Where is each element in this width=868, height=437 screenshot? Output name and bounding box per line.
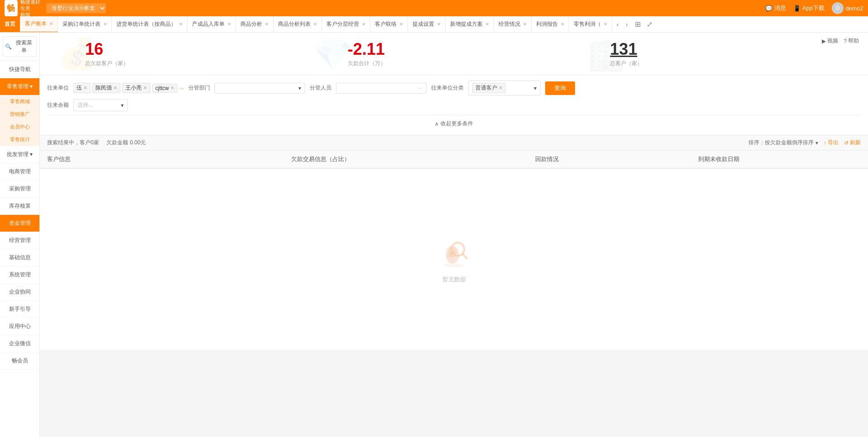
tab-home[interactable]: 首页 [0,16,20,33]
sort-label: 排序：按欠款金额倒序排序 [748,139,814,147]
svg-point-5 [451,253,452,254]
ellipsis-icon: ··· [418,85,422,91]
sidebar-item-retail-management[interactable]: 零售管理 ▾ [0,78,39,95]
filter-tag-wu: 伍 ✕ [73,83,91,93]
stat-label-credit-total: 欠款合计（万） [348,60,386,67]
col-due-date: 到期未收款日期 [698,155,861,163]
query-button[interactable]: 查询 [545,81,575,95]
sidebar-item-enterprise-wechat[interactable]: 企业微信 [0,335,39,352]
tab-production-inbound[interactable]: 产成品入库单 ✕ [187,16,236,33]
unit-class-filter-label: 往来单位分类 [431,84,464,92]
dept-filter-label: 分管部门 [188,84,210,92]
tab-close-icon[interactable]: ✕ [437,22,441,27]
tag-close-cj[interactable]: ✕ [170,85,174,91]
tab-close-icon[interactable]: ✕ [399,22,403,27]
tab-product-analysis[interactable]: 商品分析 ✕ [236,16,273,33]
sidebar-item-retail-mall[interactable]: 零售商城 [0,95,39,108]
tab-close-icon[interactable]: ✕ [604,22,607,27]
tab-next-button[interactable]: › [622,20,631,29]
sidebar-item-cooperation[interactable]: 企业协同 [0,284,39,301]
content-area: 💰 16 总欠款客户（家） 💎 -2.11 欠款合计（万） 🏢 131 总客户（… [40,33,868,437]
tab-close-icon[interactable]: ✕ [561,22,564,27]
tab-fullscreen-button[interactable]: ⤢ [644,19,655,30]
filter-bar: 往来单位 伍 ✕ 陈民强 ✕ 王小亮 ✕ [40,75,868,135]
app-wrapper: 畅 畅捷通好生意 标版 母婴行业演示帐套 💬 消息 📱 App下载 D demo… [0,0,868,437]
tab-close-icon[interactable]: ✕ [313,22,317,27]
tab-customer-contact[interactable]: 客户联络 ✕ [370,16,408,33]
help-icon: ? [844,38,847,44]
search-menu-button[interactable]: 🔍 搜索菜单 [3,36,37,57]
banner-actions: ▶ 视频 ? 帮助 [822,37,859,45]
table-body: 暂无数据 [40,169,868,350]
tab-nav-arrows: ‹ › [613,20,631,29]
video-button[interactable]: ▶ 视频 [822,37,838,45]
tab-close-icon[interactable]: ✕ [265,22,269,27]
account-selector[interactable]: 母婴行业演示帐套 [46,3,106,13]
app-download-button[interactable]: 📱 App下载 [793,4,825,12]
tab-close-icon[interactable]: ✕ [179,22,182,27]
sidebar-item-operations-management[interactable]: 经营管理 [0,232,39,249]
message-icon: 💬 [765,5,772,12]
data-table: 客户信息 欠款交易信息（占比） 回款情况 到期未收款日期 [40,151,868,350]
logo-area: 畅 畅捷通好生意 标版 [5,0,44,18]
tab-customer-segment[interactable]: 客户分层经营 ✕ [322,16,370,33]
person-select[interactable]: ··· [336,83,427,94]
tab-profit-report[interactable]: 利润报告 ✕ [532,16,569,33]
stat-block-total-customers: 131 总客户（家） [596,40,859,67]
tab-close-icon[interactable]: ✕ [485,22,489,27]
collapse-button[interactable]: ∧ 收起更多条件 [47,118,861,129]
sidebar-item-retail-stats[interactable]: 零售统计 [0,133,39,146]
export-button[interactable]: ↑ 导出 [824,139,839,147]
tab-close-icon[interactable]: ✕ [362,22,365,27]
balance-select[interactable]: 选择... ▾ [73,99,128,111]
filter-tag-chen: 陈民强 ✕ [92,83,120,93]
tab-product-analysis-list[interactable]: 商品分析列表 ✕ [273,16,322,33]
tag-close-wu[interactable]: ✕ [83,85,87,91]
tag-close-wang[interactable]: ✕ [143,85,147,91]
tab-inbound-stats[interactable]: 进货单统计表（按商品） ✕ [112,16,187,33]
sidebar-item-wholesale[interactable]: 批发管理 ▾ [0,146,39,163]
sidebar-item-basic-info[interactable]: 基础信息 [0,249,39,266]
stat-label-credit-customers: 总欠款客户（家） [85,60,129,67]
chevron-down-icon-3: ▾ [121,102,124,109]
help-button[interactable]: ? 帮助 [844,37,859,45]
search-icon: 🔍 [5,43,12,50]
sidebar-item-quick-nav[interactable]: 快捷导航 [0,61,39,78]
unit-filter-more[interactable]: ··· [179,85,184,91]
unit-class-select[interactable]: 普通客户 ✕ ▾ [468,81,541,95]
sidebar-item-member-center[interactable]: 会员中心 [0,121,39,133]
sidebar-item-app-center[interactable]: 应用中心 [0,318,39,335]
tag-close-common[interactable]: ✕ [499,85,503,91]
tab-close-icon[interactable]: ✕ [103,22,107,27]
tab-add-commission[interactable]: 新增提成方案 ✕ [446,16,494,33]
user-menu[interactable]: D demo2 [832,2,863,14]
filter-row-2: 往来余额 选择... ▾ [47,99,861,111]
tab-close-icon[interactable]: ✕ [49,21,53,26]
tab-close-icon[interactable]: ✕ [523,22,527,27]
tab-close-icon[interactable]: ✕ [227,22,231,27]
sidebar-item-marketing[interactable]: 营销推广 [0,108,39,121]
sort-select[interactable]: 排序：按欠款金额倒序排序 ▾ [748,139,818,147]
sidebar-item-chang-member[interactable]: 畅会员 [0,352,39,370]
sidebar-item-inventory[interactable]: 库存核算 [0,198,39,215]
sidebar-item-beginner-guide[interactable]: 新手引导 [0,301,39,318]
dept-select[interactable]: ▾ [215,83,305,94]
sidebar-item-ecommerce[interactable]: 电商管理 [0,163,39,180]
tab-prev-button[interactable]: ‹ [613,20,622,29]
tab-commission-settings[interactable]: 提成设置 ✕ [408,16,446,33]
tab-customer-account[interactable]: 客户账本 ✕ [20,16,58,33]
sidebar-item-system[interactable]: 系统管理 [0,266,39,284]
sidebar-item-finance[interactable]: 资金管理 [0,215,39,232]
sidebar-item-purchase[interactable]: 采购管理 [0,180,39,198]
tab-expand-button[interactable]: ⊞ [632,19,643,30]
tab-retail-profit[interactable]: 零售利润（ ✕ [569,16,612,33]
messages-button[interactable]: 💬 消息 [765,4,786,12]
refresh-button[interactable]: ↺ 刷新 [844,139,861,147]
tab-purchase-order-stats[interactable]: 采购订单统计表 ✕ [58,16,112,33]
results-bar: 搜索结果中，客户0家 欠款金额 0.00元 排序：按欠款金额倒序排序 ▾ ↑ 导… [40,135,868,151]
chevron-down-icon-2: ▾ [534,85,537,91]
results-actions: 排序：按欠款金额倒序排序 ▾ ↑ 导出 ↺ 刷新 [748,139,861,147]
logo-text: 畅捷通好生意 标版 [20,0,44,18]
tab-operations[interactable]: 经营情况 ✕ [494,16,532,33]
tag-close-chen[interactable]: ✕ [113,85,117,91]
